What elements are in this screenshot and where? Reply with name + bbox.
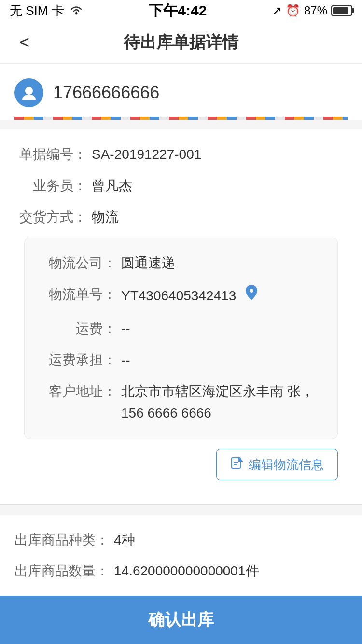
page-title: 待出库单据详情 <box>124 31 238 54</box>
freight-bearer-row: 运费承担： -- <box>39 350 323 371</box>
phone-card: 17666666666 <box>0 64 362 120</box>
avatar <box>14 78 43 107</box>
phone-row: 17666666666 <box>14 78 348 117</box>
edit-btn-row: 编辑物流信息 <box>14 449 348 490</box>
tracking-number-row: 物流单号： YT4306405342413 <box>39 284 323 308</box>
freight-label: 运费： <box>39 318 116 340</box>
freight-row: 运费： -- <box>39 318 323 340</box>
logistics-company-value: 圆通速递 <box>121 252 323 274</box>
basic-info-section: 单据编号： SA-20191227-001 业务员： 曾凡杰 交货方式： 物流 … <box>0 129 362 504</box>
status-time: 下午4:42 <box>149 1 207 21</box>
confirm-bar[interactable]: 确认出库 <box>0 596 362 644</box>
section-divider <box>0 504 362 505</box>
customer-address-label: 客户地址： <box>39 381 116 403</box>
logistics-company-row: 物流公司： 圆通速递 <box>39 252 323 274</box>
battery-icon <box>331 5 352 16</box>
logistics-company-label: 物流公司： <box>39 252 116 274</box>
status-right: ↗ ⏰ 87% <box>272 4 352 17</box>
wifi-icon <box>69 3 84 18</box>
goods-quantity-value: 14.620000000000001件 <box>114 560 348 582</box>
goods-section: 出库商品种类： 4种 出库商品数量： 14.620000000000001件 <box>0 515 362 597</box>
back-button[interactable]: < <box>14 28 34 57</box>
content-area: 17666666666 单据编号： SA-20191227-001 业务员： 曾… <box>0 64 362 644</box>
goods-type-label: 出库商品种类： <box>14 530 109 551</box>
goods-quantity-row: 出库商品数量： 14.620000000000001件 <box>14 560 348 582</box>
sales-person-value: 曾凡杰 <box>92 175 348 197</box>
sales-person-row: 业务员： 曾凡杰 <box>14 175 348 197</box>
nav-bar: < 待出库单据详情 <box>0 21 362 64</box>
order-number-label: 单据编号： <box>14 144 87 166</box>
edit-logistics-button[interactable]: 编辑物流信息 <box>216 449 338 480</box>
customer-address-value: 北京市市辖区海淀区永丰南 张，156 6666 6666 <box>121 381 323 424</box>
phone-number: 17666666666 <box>53 83 159 103</box>
svg-point-0 <box>75 12 77 14</box>
dashed-separator <box>14 117 348 120</box>
carrier-label: 无 SIM 卡 <box>10 2 64 19</box>
confirm-button-label: 确认出库 <box>148 609 214 631</box>
goods-type-value: 4种 <box>114 530 348 551</box>
logistics-card: 物流公司： 圆通速递 物流单号： YT4306405342413 运费： -- <box>24 238 338 439</box>
battery-percent: 87% <box>304 4 327 17</box>
order-number-row: 单据编号： SA-20191227-001 <box>14 144 348 166</box>
freight-bearer-value: -- <box>121 350 323 371</box>
order-number-value: SA-20191227-001 <box>92 144 348 166</box>
freight-value: -- <box>121 318 323 340</box>
svg-point-1 <box>25 87 33 95</box>
status-left: 无 SIM 卡 <box>10 2 84 19</box>
customer-address-row: 客户地址： 北京市市辖区海淀区永丰南 张，156 6666 6666 <box>39 381 323 424</box>
status-bar: 无 SIM 卡 下午4:42 ↗ ⏰ 87% <box>0 0 362 21</box>
sales-person-label: 业务员： <box>14 175 87 197</box>
goods-type-row: 出库商品种类： 4种 <box>14 530 348 551</box>
edit-logistics-label: 编辑物流信息 <box>249 456 324 473</box>
tracking-location-icon[interactable] <box>244 284 259 308</box>
delivery-method-value: 物流 <box>92 207 348 228</box>
location-status-icon: ↗ <box>272 4 282 17</box>
edit-icon <box>230 456 244 473</box>
freight-bearer-label: 运费承担： <box>39 350 116 371</box>
delivery-method-label: 交货方式： <box>14 207 87 228</box>
alarm-icon: ⏰ <box>286 4 300 17</box>
goods-quantity-label: 出库商品数量： <box>14 560 109 582</box>
tracking-number-value: YT4306405342413 <box>121 284 323 308</box>
tracking-number-label: 物流单号： <box>39 284 116 306</box>
delivery-method-row: 交货方式： 物流 <box>14 207 348 228</box>
